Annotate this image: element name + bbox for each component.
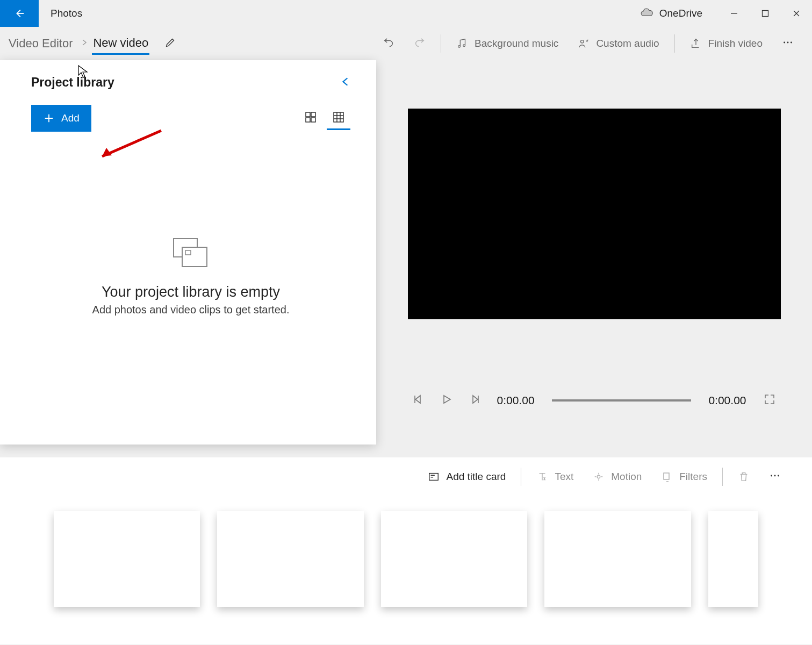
storyboard-card[interactable] [217, 511, 363, 607]
custom-audio-button[interactable]: Custom audio [568, 31, 669, 56]
svg-point-4 [791, 42, 792, 44]
library-empty-subtitle: Add photos and video clips to get starte… [92, 304, 290, 316]
arrow-left-icon [13, 8, 25, 19]
svg-point-13 [597, 475, 600, 478]
add-title-card-button[interactable]: Add title card [418, 464, 515, 490]
svg-rect-6 [311, 112, 315, 117]
close-button[interactable] [781, 0, 812, 27]
svg-point-1 [581, 40, 584, 44]
maximize-icon [761, 10, 769, 17]
audio-person-icon [578, 38, 590, 49]
cloud-icon [640, 6, 654, 20]
motion-icon [593, 471, 605, 483]
project-library-panel: Project library Add Your project library… [0, 60, 376, 445]
divider [674, 34, 675, 53]
svg-point-2 [784, 42, 785, 44]
filters-icon [661, 471, 673, 483]
app-title: Photos [51, 8, 82, 19]
seek-bar[interactable] [552, 399, 692, 402]
breadcrumb-root[interactable]: Video Editor [9, 37, 73, 51]
finish-video-button[interactable]: Finish video [680, 31, 772, 56]
finish-video-label: Finish video [708, 38, 763, 49]
undo-button[interactable] [373, 31, 404, 56]
chevron-left-icon [341, 77, 350, 87]
undo-icon [383, 38, 394, 49]
step-back-icon [413, 394, 424, 405]
text-button[interactable]: Text [527, 464, 583, 490]
bg-music-button[interactable]: Background music [447, 31, 568, 56]
preview-area: 0:00.00 0:00.00 [376, 60, 812, 445]
music-icon [456, 38, 468, 49]
next-frame-button[interactable] [469, 394, 480, 407]
storyboard-card[interactable] [708, 511, 758, 607]
onedrive-label: OneDrive [659, 8, 702, 19]
storyboard-more-button[interactable] [759, 470, 791, 484]
divider [722, 468, 723, 486]
onedrive-status[interactable]: OneDrive [640, 6, 702, 20]
minimize-icon [730, 10, 738, 17]
minimize-button[interactable] [718, 0, 750, 27]
rename-button[interactable] [164, 37, 176, 51]
collapse-library-button[interactable] [341, 77, 350, 89]
svg-rect-12 [429, 474, 439, 481]
text-icon [536, 471, 548, 483]
more-button[interactable] [772, 37, 803, 51]
back-button[interactable] [0, 0, 39, 27]
svg-point-17 [778, 475, 779, 477]
chevron-right-icon [77, 38, 92, 49]
fullscreen-button[interactable] [764, 393, 775, 407]
delete-button[interactable] [728, 464, 759, 490]
svg-point-15 [771, 475, 772, 477]
divider [441, 34, 441, 53]
redo-icon [414, 38, 426, 49]
svg-point-16 [774, 475, 776, 477]
trash-icon [738, 471, 750, 483]
svg-point-3 [787, 42, 789, 44]
storyboard[interactable] [0, 496, 812, 644]
text-label: Text [555, 471, 573, 483]
ellipsis-icon [769, 470, 781, 482]
prev-frame-button[interactable] [413, 394, 424, 407]
current-time: 0:00.00 [497, 394, 535, 407]
fullscreen-icon [764, 393, 775, 405]
step-forward-icon [469, 394, 480, 405]
video-preview[interactable] [408, 109, 781, 319]
motion-button[interactable]: Motion [583, 464, 651, 490]
bg-music-label: Background music [475, 38, 558, 49]
filters-button[interactable]: Filters [651, 464, 717, 490]
svg-rect-14 [664, 473, 669, 479]
storyboard-card[interactable] [54, 511, 200, 607]
storyboard-card[interactable] [381, 511, 527, 607]
custom-audio-label: Custom audio [596, 38, 659, 49]
svg-rect-0 [763, 11, 768, 17]
library-empty-icon [171, 236, 210, 272]
breadcrumb-current[interactable]: New video [92, 33, 149, 55]
export-icon [690, 38, 702, 49]
pencil-icon [164, 37, 176, 48]
storyboard-card[interactable] [544, 511, 691, 607]
play-icon [441, 394, 452, 405]
play-button[interactable] [441, 394, 452, 407]
maximize-button[interactable] [750, 0, 781, 27]
redo-button[interactable] [404, 31, 435, 56]
close-icon [793, 10, 800, 17]
total-time: 0:00.00 [708, 394, 746, 407]
divider [521, 468, 521, 486]
ellipsis-icon [782, 37, 794, 48]
project-library-title: Project library [31, 75, 114, 90]
svg-rect-5 [306, 112, 310, 117]
library-empty-title: Your project library is empty [102, 284, 280, 300]
filters-label: Filters [679, 471, 707, 483]
motion-label: Motion [611, 471, 642, 483]
title-card-icon [428, 471, 440, 483]
add-title-card-label: Add title card [446, 471, 506, 483]
